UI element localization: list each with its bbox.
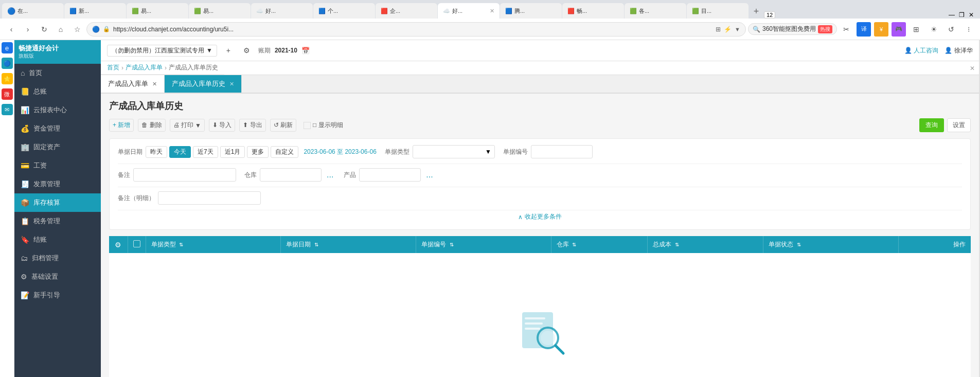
print-button[interactable]: 🖨 打印 ▼ [170, 119, 205, 132]
home-nav-button[interactable]: ⌂ [54, 22, 68, 37]
add-company-button[interactable]: + [221, 43, 236, 58]
number-filter-input[interactable] [531, 145, 593, 158]
sidebar-item-fixed[interactable]: 🏢 固定资产 [14, 138, 101, 156]
th-settings[interactable]: ⚙ [109, 236, 128, 253]
user-info[interactable]: 👤 徐泽华 [945, 46, 973, 55]
translate-tool[interactable]: 译 [857, 22, 871, 37]
browser-tab-6[interactable]: 🟦 个... [313, 3, 375, 19]
app-icon-weibo[interactable]: 微 [2, 88, 13, 100]
app-icon-email[interactable]: ✉ [2, 104, 13, 115]
warehouse-sort-icon[interactable]: ⇅ [572, 242, 576, 247]
browser-tab-2[interactable]: 🟦 新... [64, 3, 126, 19]
restore-button[interactable]: ❒ [959, 11, 965, 19]
sidebar-item-inventory[interactable]: 📦 库存核算 [14, 193, 101, 212]
game-tool[interactable]: 🎮 [892, 22, 906, 37]
date-custom[interactable]: 自定义 [271, 146, 298, 158]
delete-button[interactable]: 🗑 删除 [138, 119, 165, 132]
browser-tab-8[interactable]: ☁️ 好... ✕ [438, 3, 500, 19]
settings-top-button[interactable]: ⚙ [240, 43, 254, 58]
status-sort-icon[interactable]: ⇅ [797, 242, 801, 247]
th-type[interactable]: 单据类型 ⇅ [146, 236, 281, 253]
date-today[interactable]: 今天 [169, 146, 191, 158]
tab-count[interactable]: 12 [764, 11, 775, 19]
app-icon-3[interactable]: ⭐ [2, 73, 13, 84]
browser-tab-3[interactable]: 🟩 易... [127, 3, 188, 19]
minimize-button[interactable]: — [949, 11, 955, 19]
search-bar-360[interactable]: 🔍 360智能抠图免费用 热搜 [748, 23, 837, 35]
sidebar-item-newbill[interactable]: 📝 新手引导 [14, 286, 101, 304]
export-button[interactable]: ⬆ 导出 [239, 119, 265, 132]
date-sort-icon[interactable]: ⇅ [314, 242, 318, 247]
scissors-tool[interactable]: ✂ [839, 22, 853, 37]
tab-product-stock-history-close[interactable]: ✕ [229, 81, 234, 87]
product-filter-input[interactable] [359, 168, 421, 182]
more-tool[interactable]: ⁝ [961, 22, 976, 37]
sidebar-item-invoice[interactable]: 🧾 发票管理 [14, 175, 101, 193]
product-more-button[interactable]: ... [426, 170, 433, 179]
th-number[interactable]: 单据编号 ⇅ [416, 236, 551, 253]
th-date[interactable]: 单据日期 ⇅ [281, 236, 416, 253]
browser-tab-7[interactable]: 🟥 企... [376, 3, 437, 19]
app-icon-2[interactable]: 🔵 [2, 58, 13, 69]
tab-product-stock[interactable]: 产成品入库单 ✕ [101, 75, 165, 93]
human-service-link[interactable]: 👤 人工咨询 [904, 46, 938, 55]
import-button[interactable]: ⬇ 导入 [209, 119, 235, 132]
restore-tool[interactable]: ↺ [944, 22, 958, 37]
calendar-icon[interactable]: 📅 [301, 47, 310, 55]
forward-button[interactable]: › [21, 22, 35, 37]
settings-filter-button[interactable]: 设置 [947, 118, 971, 132]
new-tab-button[interactable]: + [749, 4, 763, 19]
header-checkbox[interactable] [133, 240, 140, 247]
print-dropdown-arrow[interactable]: ▼ [195, 122, 201, 129]
browser-tab-4[interactable]: 🟩 易... [189, 3, 251, 19]
browser-tab-9[interactable]: 🟦 腾... [500, 3, 562, 19]
browser-tab-11[interactable]: 🟩 各... [625, 3, 686, 19]
th-warehouse[interactable]: 仓库 ⇅ [551, 236, 648, 253]
refresh-button[interactable]: ↺ 刷新 [270, 119, 296, 132]
date-1month[interactable]: 近1月 [220, 146, 245, 158]
remark-filter-input[interactable] [133, 168, 236, 182]
sidebar-item-archive[interactable]: 🗂 归档管理 [14, 249, 101, 267]
browser-tab-10[interactable]: 🟥 畅... [562, 3, 624, 19]
address-bar[interactable]: 🔵 🔒 https://cloud.chanjet.com/accounting… [86, 22, 746, 37]
tab-product-stock-history[interactable]: 产成品入库单历史 ✕ [165, 75, 242, 93]
display-checkbox[interactable] [304, 122, 311, 129]
sidebar-item-basic[interactable]: ⚙ 基础设置 [14, 267, 101, 286]
browser-tab-1[interactable]: 🔵 在... [2, 3, 64, 19]
sidebar-item-checkout[interactable]: 🔖 结账 [14, 230, 101, 249]
sidebar-item-home[interactable]: ⌂ 首页 [14, 64, 101, 82]
close-side-panel-button[interactable]: ✕ [970, 65, 975, 72]
tab-product-stock-close[interactable]: ✕ [152, 81, 157, 87]
company-selector[interactable]: （勿删勿禁用）江西服宝测试专用 ▼ [107, 45, 217, 57]
warehouse-more-button[interactable]: ... [327, 170, 333, 179]
type-sort-icon[interactable]: ⇅ [179, 242, 183, 247]
sidebar-item-report[interactable]: 📊 云报表中心 [14, 101, 101, 119]
sidebar-item-salary[interactable]: 💳 工资 [14, 156, 101, 175]
warehouse-filter-input[interactable] [260, 168, 322, 182]
breadcrumb-list[interactable]: 产成品入库单 [126, 63, 163, 72]
query-button[interactable]: 查询 [919, 118, 944, 132]
app-icon-1[interactable]: e [2, 42, 13, 53]
refresh-nav-button[interactable]: ↻ [37, 22, 51, 37]
table-settings-icon[interactable]: ⚙ [115, 241, 121, 249]
bookmark-button[interactable]: ☆ [70, 22, 84, 37]
th-checkbox[interactable] [128, 236, 146, 253]
add-button[interactable]: + 新增 [109, 119, 134, 132]
browser-tab-12[interactable]: 🟩 目... [687, 3, 749, 19]
browser-tab-5[interactable]: ☁️ 好... [251, 3, 313, 19]
th-status[interactable]: 单据状态 ⇅ [763, 236, 899, 253]
tab-close-8[interactable]: ✕ [490, 8, 494, 14]
breadcrumb-home[interactable]: 首页 [107, 63, 119, 72]
display-detail-button[interactable]: □ 显示明细 [300, 119, 346, 131]
close-button[interactable]: ✕ [969, 11, 974, 19]
date-yesterday[interactable]: 昨天 [146, 146, 167, 158]
dropdown-arrow[interactable]: ▼ [735, 26, 740, 32]
date-more[interactable]: 更多 [247, 146, 269, 158]
currency-tool[interactable]: ¥ [874, 22, 888, 37]
sidebar-item-tax[interactable]: 📋 税务管理 [14, 212, 101, 230]
back-button[interactable]: ‹ [4, 22, 19, 37]
detail-remark-input[interactable] [158, 191, 261, 205]
sidebar-item-funds[interactable]: 💰 资金管理 [14, 119, 101, 138]
grid-tool[interactable]: ⊞ [909, 22, 923, 37]
collapse-filter-button[interactable]: ∧ 收起更多条件 [118, 210, 962, 223]
